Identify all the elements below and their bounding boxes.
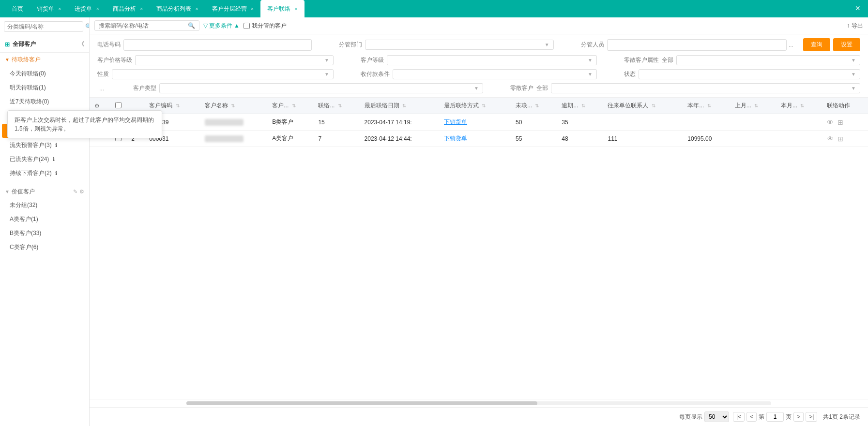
sidebar-item-churn-warning[interactable]: 流失预警客户(3) ℹ [0, 138, 89, 152]
edit-icon[interactable]: ✎ [73, 189, 77, 195]
row-last-month-cell [730, 131, 776, 147]
sort-icon[interactable]: ⇅ [338, 103, 342, 108]
nav-item-product-analysis[interactable]: 商品分析 × [106, 0, 150, 17]
sort-icon[interactable]: ⇅ [231, 103, 235, 108]
sort-icon[interactable]: ⇅ [581, 103, 585, 108]
sidebar-search-icon[interactable]: 🔍 [85, 23, 90, 30]
ellipsis-icon[interactable]: ... [787, 42, 795, 48]
gender-select[interactable]: ▼ [112, 69, 334, 79]
caret-icon: ▼ [851, 86, 856, 91]
sort-icon[interactable]: ⇅ [707, 103, 711, 108]
customer-type-select[interactable]: ▼ [159, 83, 483, 93]
price-grade-select[interactable]: ▼ [135, 55, 334, 65]
query-button[interactable]: 查询 [803, 38, 830, 51]
arrow-icon: ▼ [5, 57, 10, 62]
eye-icon[interactable]: 👁 [827, 135, 834, 143]
last-method-link[interactable]: 下销货单 [444, 135, 467, 142]
prev-page-button[interactable]: < [746, 412, 757, 422]
sidebar-item-a-class[interactable]: A类客户(1) [0, 212, 89, 226]
caret-icon: ▼ [851, 58, 856, 63]
row-last-date-cell: 2023-04-17 14:19: [360, 114, 439, 131]
row-overdue-cell: 48 [557, 131, 603, 147]
nav-item-purchase[interactable]: 进货单 × [68, 0, 106, 17]
sort-icon[interactable]: ⇅ [402, 103, 406, 108]
sort-icon[interactable]: ⇅ [482, 103, 486, 108]
close-icon[interactable]: × [294, 0, 297, 17]
my-customers-checkbox[interactable] [244, 23, 250, 29]
caret-icon: ▼ [474, 86, 479, 91]
price-grade-field: 客户价格等级 ▼ [97, 55, 334, 65]
manager-input[interactable] [607, 39, 787, 51]
search-input[interactable] [99, 22, 186, 29]
table-row: 1 000039 B类客户 15 2023-04-17 14:19: 下销货单 … [90, 114, 868, 131]
set-button[interactable]: 设置 [833, 38, 860, 51]
action-icons: 👁 ⊞ [827, 135, 863, 143]
sort-icon[interactable]: ⇅ [176, 103, 180, 108]
customer-grade-select[interactable]: ▼ [387, 55, 597, 65]
nav-item-customer-contact[interactable]: 客户联络 × [260, 0, 304, 17]
next-page-button[interactable]: > [793, 412, 804, 422]
more-conditions-button[interactable]: ▽ 更多条件 ▲ [203, 22, 240, 30]
retail-customer-select[interactable]: ▼ [551, 83, 860, 93]
sort-icon[interactable]: ⇅ [292, 103, 296, 108]
sort-icon[interactable]: ⇅ [535, 103, 539, 108]
first-page-button[interactable]: |< [733, 412, 745, 422]
close-icon[interactable]: × [96, 0, 99, 17]
customer-name-blurred [205, 135, 244, 142]
page-input[interactable] [766, 412, 784, 422]
eye-icon[interactable]: 👁 [827, 118, 834, 126]
nav-item-product-list[interactable]: 商品分析列表 × [150, 0, 205, 17]
search-icon[interactable]: 🔍 [188, 22, 195, 29]
settings-small-icon[interactable]: ⚙ [79, 189, 84, 195]
nav-item-customer-tier[interactable]: 客户分层经营 × [205, 0, 260, 17]
close-icon[interactable]: × [195, 0, 198, 17]
phone-input[interactable] [123, 39, 312, 51]
export-button[interactable]: ↑ 导出 [847, 22, 863, 30]
close-icon[interactable]: × [58, 0, 61, 17]
sidebar-item-b-class[interactable]: B类客户(33) [0, 226, 89, 240]
top-nav: 首页 销货单 × 进货单 × 商品分析 × 商品分析列表 × 客户分层经营 × … [0, 0, 868, 17]
value-group[interactable]: ▼ 价值客户 ✎ ⚙ [0, 185, 89, 198]
customer-grade-field: 客户等级 ▼ [361, 55, 597, 65]
collapse-icon[interactable]: 《 [78, 40, 84, 48]
sidebar-item-c-class[interactable]: C类客户(6) [0, 240, 89, 254]
retail-attr-select[interactable]: ▼ [676, 55, 860, 65]
status-select[interactable]: ▼ [639, 69, 860, 79]
more-filters-icon[interactable]: ... [97, 85, 106, 92]
caret-icon: ▼ [324, 72, 329, 77]
sidebar-search-input[interactable] [4, 21, 83, 32]
pagination-bar: 每页显示 50 20 100 |< < 第 页 > >| 共1页 2条记录 [90, 407, 868, 426]
sidebar-item-ungrouped[interactable]: 未分组(32) [0, 198, 89, 212]
sidebar-item-declining[interactable]: 持续下滑客户(2) ℹ [0, 166, 89, 180]
pending-group[interactable]: ▼ 待联络客户 [0, 53, 89, 67]
row-overdue-cell: 35 [557, 114, 603, 131]
per-page-select[interactable]: 50 20 100 [704, 411, 729, 422]
dept-select[interactable]: ▼ [365, 40, 553, 50]
grid-icon: ⊞ [5, 41, 10, 48]
sidebar-item-churned[interactable]: 已流失客户(24) ℹ [0, 152, 89, 166]
sidebar-item-today[interactable]: 今天待联络(0) [0, 67, 89, 81]
row-uncontacted-cell: 50 [511, 114, 557, 131]
select-all-checkbox[interactable] [115, 102, 122, 108]
sidebar-item-7days[interactable]: 近7天待联络(0) [0, 95, 89, 109]
sidebar-item-tomorrow[interactable]: 明天待联络(1) [0, 81, 89, 95]
payment-select[interactable]: ▼ [393, 69, 597, 79]
close-icon[interactable]: × [251, 0, 254, 17]
grid-action-icon[interactable]: ⊞ [838, 135, 843, 143]
close-all-button[interactable]: × [855, 4, 860, 13]
scrollbar-thumb[interactable] [186, 401, 537, 405]
nav-item-sales[interactable]: 销货单 × [30, 0, 68, 17]
row-name-cell [200, 131, 267, 147]
close-icon[interactable]: × [140, 0, 143, 17]
last-page-button[interactable]: >| [806, 412, 817, 422]
sort-icon[interactable]: ⇅ [754, 103, 758, 108]
grid-action-icon[interactable]: ⊞ [838, 118, 843, 126]
settings-icon[interactable]: ⚙ [94, 103, 100, 109]
row-action-cell: 👁 ⊞ [822, 131, 868, 147]
sort-icon[interactable]: ⇅ [652, 103, 655, 108]
horizontal-scrollbar[interactable] [90, 399, 868, 407]
last-method-link[interactable]: 下销货单 [444, 118, 467, 125]
row-type-cell: B类客户 [267, 114, 313, 131]
nav-item-home[interactable]: 首页 [5, 0, 30, 17]
sort-icon[interactable]: ⇅ [800, 103, 804, 108]
